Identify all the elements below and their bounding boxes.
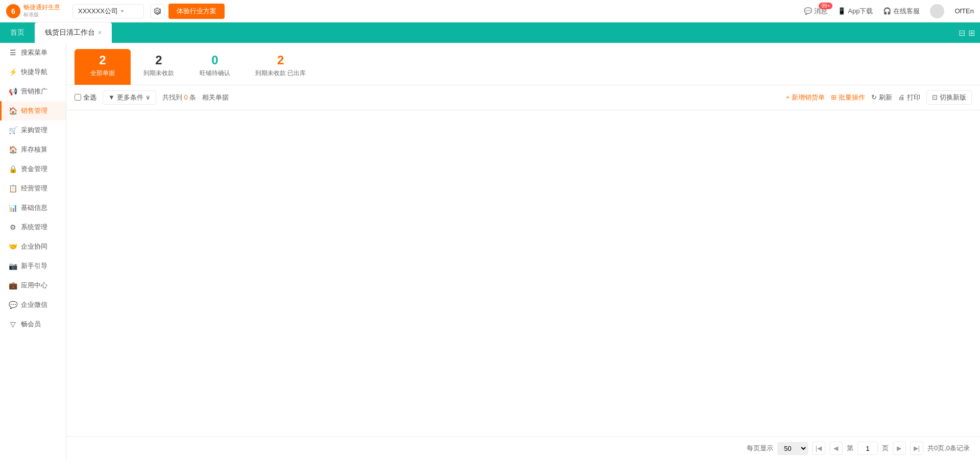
tab-home[interactable]: 首页	[0, 22, 35, 43]
user-avatar[interactable]	[930, 4, 944, 18]
stat-tab-all[interactable]: 2 全部单据	[75, 49, 131, 85]
sidebar-item-sales[interactable]: 🏠 销售管理	[0, 101, 66, 120]
page-size-select[interactable]: 50 100 200	[777, 442, 808, 455]
select-all-checkbox[interactable]: 全选	[75, 93, 96, 102]
filter-button[interactable]: ▼ 更多条件 ∨	[103, 90, 156, 105]
related-records-button[interactable]: 相关单据	[202, 93, 229, 102]
settings-button[interactable]	[150, 4, 164, 18]
purchase-icon: 🛒	[9, 126, 17, 134]
app-download-label: App下载	[848, 7, 873, 16]
stat-count-all: 2	[87, 53, 118, 68]
logo-text: 畅捷通好生意	[23, 4, 60, 12]
sidebar-item-wechat[interactable]: 💬 企业微信	[0, 295, 66, 314]
page-size-label: 每页显示	[747, 444, 773, 453]
marketing-icon: 📢	[9, 87, 17, 95]
sidebar-item-search-menu[interactable]: ☰ 搜索菜单	[0, 43, 66, 62]
sidebar-item-marketing[interactable]: 📢 营销推广	[0, 82, 66, 101]
minimize-icon[interactable]: ⊟	[959, 28, 965, 38]
sidebar-item-app-center[interactable]: 💼 应用中心	[0, 276, 66, 295]
user-name: OfTEn	[954, 7, 974, 15]
download-icon: 📱	[838, 7, 846, 15]
sidebar-item-inventory[interactable]: 🏠 库存核算	[0, 140, 66, 159]
header-actions: 体验行业方案	[150, 4, 225, 19]
member-icon: ▽	[9, 320, 17, 328]
page-number-input[interactable]: 1	[857, 442, 878, 455]
sidebar-item-quick-nav[interactable]: ⚡ 快捷导航	[0, 62, 66, 82]
batch-label: 批量操作	[839, 93, 865, 102]
logo-sub: 标准版	[23, 11, 60, 18]
stat-label-all: 全部单据	[87, 69, 118, 78]
inventory-icon: 🏠	[9, 146, 17, 154]
cooperation-icon: 🤝	[9, 243, 17, 251]
sidebar-item-system[interactable]: ⚙ 系统管理	[0, 217, 66, 237]
nav-tabs-bar: 首页 钱货日清工作台 × ⊟ ⊞	[0, 22, 980, 43]
sidebar-label-wechat: 企业微信	[21, 300, 47, 309]
sidebar-label-marketing: 营销推广	[21, 87, 47, 96]
last-page-button[interactable]: ▶|	[910, 442, 923, 455]
sidebar-item-cooperation[interactable]: 🤝 企业协同	[0, 237, 66, 256]
message-badge: 99+	[819, 3, 832, 9]
print-label: 打印	[907, 93, 920, 102]
sales-icon: 🏠	[9, 107, 17, 115]
sidebar-item-basic-info[interactable]: 📊 基础信息	[0, 198, 66, 217]
sidebar-label-system: 系统管理	[21, 223, 47, 232]
message-icon: 💬	[804, 7, 812, 15]
sidebar-label-search-menu: 搜索菜单	[21, 48, 47, 57]
sidebar-label-cooperation: 企业协同	[21, 242, 47, 251]
app-center-icon: 💼	[9, 281, 17, 289]
experience-button[interactable]: 体验行业方案	[168, 4, 225, 19]
sidebar-label-inventory: 库存核算	[21, 145, 47, 154]
nav-tab-actions: ⊟ ⊞	[959, 28, 980, 38]
sidebar-item-member[interactable]: ▽ 畅会员	[0, 314, 66, 334]
found-prefix: 共找到	[162, 93, 182, 101]
sidebar-item-purchase[interactable]: 🛒 采购管理	[0, 120, 66, 140]
main-content: 2 全部单据 2 到期未收款 0 旺铺待确认 2 到期未收款 已出库	[66, 43, 980, 460]
select-all-input[interactable]	[75, 94, 81, 101]
next-page-button[interactable]: ▶	[893, 442, 906, 455]
first-page-button[interactable]: |◀	[812, 442, 825, 455]
sidebar-item-operations[interactable]: 📋 经营管理	[0, 179, 66, 198]
sidebar: ☰ 搜索菜单 ⚡ 快捷导航 📢 营销推广 🏠 销售管理 🛒 采购管理 🏠 库存核…	[0, 43, 66, 460]
tab-close-icon[interactable]: ×	[98, 29, 102, 36]
company-selector[interactable]: XXXXXX公司 ▾	[72, 4, 144, 18]
print-button[interactable]: 🖨 打印	[898, 93, 920, 102]
sidebar-label-member: 畅会员	[21, 320, 41, 329]
sidebar-label-basic-info: 基础信息	[21, 203, 47, 212]
message-item[interactable]: 💬 消息 99+	[804, 7, 827, 16]
page-label: 第	[847, 444, 853, 453]
refresh-button[interactable]: ↻ 刷新	[871, 93, 892, 102]
page-suffix: 页	[882, 444, 889, 453]
app-download-item[interactable]: 📱 App下载	[838, 7, 873, 16]
refresh-icon: ↻	[871, 93, 877, 101]
batch-operation-button[interactable]: ⊞ 批量操作	[831, 93, 865, 102]
stat-tab-shipped[interactable]: 2 到期未收款 已出库	[243, 49, 318, 85]
tab-daily-work[interactable]: 钱货日清工作台 ×	[35, 22, 112, 43]
company-name: XXXXXX公司	[78, 7, 118, 16]
refresh-label: 刷新	[879, 93, 892, 102]
sidebar-label-app-center: 应用中心	[21, 281, 47, 290]
switch-icon: ⊡	[932, 93, 938, 101]
sidebar-item-guide[interactable]: 📷 新手引导	[0, 256, 66, 276]
tab-home-label: 首页	[10, 28, 24, 37]
basic-info-icon: 📊	[9, 204, 17, 212]
toolbar: 全选 ▼ 更多条件 ∨ 共找到 0 条 相关单据 + 新增销货单 ⊞ 批量操作	[66, 85, 980, 110]
prev-page-button[interactable]: ◀	[829, 442, 843, 455]
expand-icon[interactable]: ⊞	[968, 28, 975, 38]
finance-icon: 🔒	[9, 165, 17, 173]
toolbar-right: + 新增销货单 ⊞ 批量操作 ↻ 刷新 🖨 打印 ⊡ 切换新版	[786, 90, 972, 105]
stat-label-overdue: 到期未收款	[143, 69, 175, 78]
sidebar-item-finance[interactable]: 🔒 资金管理	[0, 159, 66, 179]
online-service-item[interactable]: 🎧 在线客服	[883, 7, 920, 16]
add-sales-order-button[interactable]: + 新增销货单	[786, 93, 825, 102]
search-menu-icon: ☰	[9, 49, 17, 57]
chevron-down-icon: ▾	[121, 8, 124, 14]
stat-tab-wangpu[interactable]: 0 旺铺待确认	[187, 49, 243, 85]
wechat-icon: 💬	[9, 301, 17, 309]
stat-tab-overdue[interactable]: 2 到期未收款	[131, 49, 187, 85]
sidebar-label-purchase: 采购管理	[21, 126, 47, 135]
filter-chevron-icon: ∨	[145, 93, 151, 101]
sidebar-label-finance: 资金管理	[21, 164, 47, 174]
header-right: 💬 消息 99+ 📱 App下载 🎧 在线客服 OfTEn	[804, 4, 974, 18]
switch-new-version-button[interactable]: ⊡ 切换新版	[926, 90, 972, 105]
found-suffix: 条	[189, 93, 196, 101]
